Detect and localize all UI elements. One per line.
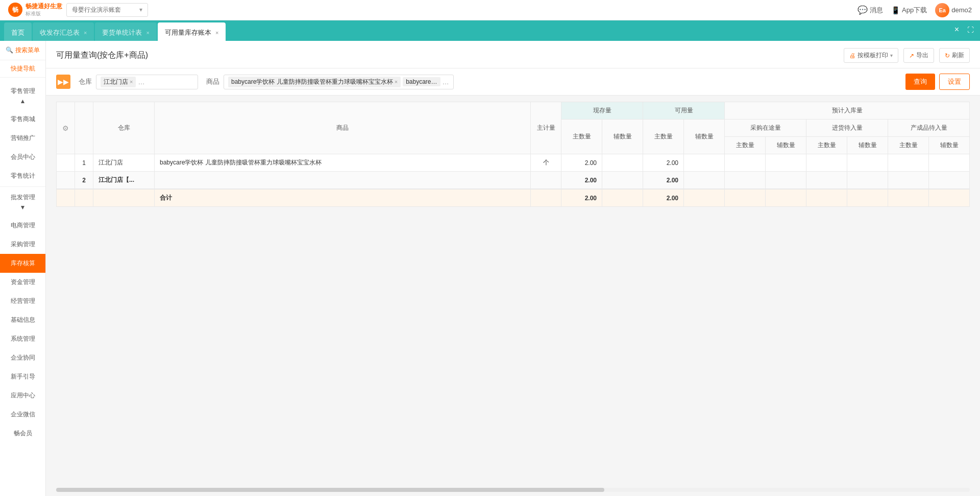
th-incoming-aux: 辅数量 xyxy=(847,137,888,154)
row2-incoming-main xyxy=(806,172,847,190)
row2-product xyxy=(155,172,531,190)
sidebar-item-purchase-label: 采购管理 xyxy=(11,240,35,249)
export-button[interactable]: ↗ 导出 xyxy=(903,48,934,63)
export-icon: ↗ xyxy=(909,52,914,59)
sidebar-item-basics[interactable]: 基础信息 xyxy=(0,311,45,329)
row1-avail-aux xyxy=(684,154,725,172)
search-button[interactable]: 查询 xyxy=(905,74,935,90)
sidebar-search-menu[interactable]: 🔍 搜索菜单 xyxy=(0,41,45,60)
row1-incoming-aux xyxy=(847,154,888,172)
sidebar-item-operations[interactable]: 经营管理 xyxy=(0,292,45,311)
app-download-button[interactable]: 📱 App下载 xyxy=(891,6,927,15)
sidebar-item-purchase[interactable]: 采购管理 xyxy=(0,235,45,254)
filter-toggle-button[interactable]: ▶▶ xyxy=(56,75,70,89)
sidebar-item-wholesale-mgmt-label: 批发管理 xyxy=(11,193,35,202)
warehouse-tag-area[interactable]: 江北门店 × … xyxy=(96,75,198,89)
message-button[interactable]: 💬 消息 xyxy=(857,5,883,15)
th-finished-aux: 辅数量 xyxy=(929,137,970,154)
sidebar-item-retail-stats-label: 零售统计 xyxy=(11,172,35,180)
sidebar-item-finance[interactable]: 资金管理 xyxy=(0,273,45,292)
table-settings-icon[interactable]: ⚙ xyxy=(62,124,69,132)
logo-text: 畅捷通好生意 xyxy=(26,3,62,10)
product-tag-area[interactable]: babycare学饮杯 儿童防摔防撞吸管杯重力球吸嘴杯宝宝水杯 × babyca… xyxy=(224,75,454,89)
template-print-button[interactable]: 🖨 按模板打印 ▾ xyxy=(844,48,898,63)
footer-unit xyxy=(531,189,561,207)
footer-num xyxy=(75,189,93,207)
sidebar-item-app-center[interactable]: 应用中心 xyxy=(0,386,45,405)
sidebar-item-inventory[interactable]: 库存核算 xyxy=(0,254,45,273)
logo-area: 畅 畅捷通好生意 标准版 xyxy=(8,3,62,17)
sidebar-item-ecommerce[interactable]: 电商管理 xyxy=(0,216,45,235)
sidebar-item-retail-stats[interactable]: 零售统计 xyxy=(0,167,45,185)
tab-available-stock[interactable]: 可用量库存账本 × xyxy=(158,22,226,43)
tab-order-stats-close[interactable]: × xyxy=(146,30,149,36)
footer-avail-aux xyxy=(684,189,725,207)
product-tag-2-value: babycare… xyxy=(406,78,437,85)
table-row: 1 江北门店 babycare学饮杯 儿童防摔防撞吸管杯重力球吸嘴杯宝宝水杯 个… xyxy=(57,154,970,172)
sidebar-item-member-club[interactable]: 畅会员 xyxy=(0,424,45,443)
print-icon: 🖨 xyxy=(849,52,855,59)
sidebar-item-enterprise-collab-label: 企业协同 xyxy=(11,353,35,362)
warehouse-filter-more[interactable]: … xyxy=(138,78,144,86)
tab-available-stock-close[interactable]: × xyxy=(215,30,218,36)
th-finished-pending: 产成品待入量 xyxy=(888,120,970,137)
tab-home[interactable]: 首页 xyxy=(4,22,32,43)
refresh-label: 刷新 xyxy=(952,51,964,60)
row1-avail-main: 2.00 xyxy=(643,154,684,172)
sidebar-item-retail-mgmt[interactable]: 零售管理 ▲ xyxy=(0,82,45,110)
row1-stock-aux xyxy=(602,154,643,172)
sidebar-item-newbie[interactable]: 新手引导 xyxy=(0,367,45,386)
footer-warehouse xyxy=(93,189,155,207)
warehouse-tag-remove[interactable]: × xyxy=(130,79,133,85)
sidebar-item-wechat-work[interactable]: 企业微信 xyxy=(0,405,45,424)
sidebar-quick-nav[interactable]: 快捷导航 xyxy=(0,60,45,78)
warehouse-filter: 仓库 江北门店 × … xyxy=(79,75,198,89)
sidebar-item-retail-mall[interactable]: 零售商城 xyxy=(0,110,45,129)
product-tag-1: babycare学饮杯 儿童防摔防撞吸管杯重力球吸嘴杯宝宝水杯 × xyxy=(228,77,401,87)
sidebar-item-members-label: 会员中心 xyxy=(11,153,35,161)
table-row: 2 江北门店【... 2.00 2.00 xyxy=(57,172,970,190)
th-purchase-aux: 辅数量 xyxy=(766,137,806,154)
refresh-button[interactable]: ↻ 刷新 xyxy=(939,48,970,63)
template-selector[interactable]: 母婴行业演示账套 ▾ xyxy=(66,3,148,17)
sidebar-divider-1 xyxy=(0,186,45,187)
row1-product: babycare学饮杯 儿童防摔防撞吸管杯重力球吸嘴杯宝宝水杯 xyxy=(155,154,531,172)
expand-icon[interactable]: ⛶ xyxy=(965,25,976,35)
chevron-down-icon-3: ▾ xyxy=(890,53,893,58)
horizontal-scrollbar[interactable] xyxy=(56,488,970,492)
nav-right-controls: × ⛶ xyxy=(952,20,976,41)
close-tab-icon[interactable]: × xyxy=(952,24,961,35)
user-profile[interactable]: Ea demo2 xyxy=(935,3,972,17)
content-area: 可用量查询(按仓库+商品) 🖨 按模板打印 ▾ ↗ 导出 ↻ 刷新 ▶▶ xyxy=(46,41,980,496)
sidebar-item-basics-label: 基础信息 xyxy=(11,316,35,324)
sidebar-item-members[interactable]: 会员中心 xyxy=(0,148,45,167)
row2-finished-main xyxy=(888,172,929,190)
tab-stock-summary[interactable]: 收发存汇总表 × xyxy=(33,22,94,43)
sidebar-item-wholesale-mgmt[interactable]: 批发管理 ▼ xyxy=(0,188,45,216)
footer-stock-main: 2.00 xyxy=(561,189,602,207)
sidebar-item-system[interactable]: 系统管理 xyxy=(0,329,45,348)
row1-stock-main: 2.00 xyxy=(561,154,602,172)
tab-order-stats[interactable]: 要货单统计表 × xyxy=(95,22,156,43)
tab-stock-summary-close[interactable]: × xyxy=(84,30,87,36)
product-tag-2: babycare… xyxy=(403,77,440,86)
product-filter-more[interactable]: … xyxy=(443,78,449,86)
sidebar-item-enterprise-collab[interactable]: 企业协同 xyxy=(0,348,45,367)
th-stock-main: 主数量 xyxy=(561,120,602,154)
product-tag-1-value: babycare学饮杯 儿童防摔防撞吸管杯重力球吸嘴杯宝宝水杯 xyxy=(231,78,393,86)
settings-filter-button[interactable]: 设置 xyxy=(939,74,970,90)
th-planned-group: 预计入库量 xyxy=(725,102,970,120)
row1-purchase-main xyxy=(725,154,766,172)
top-bar-left: 畅 畅捷通好生意 标准版 母婴行业演示账套 ▾ xyxy=(8,3,148,17)
main-layout: 🔍 搜索菜单 快捷导航 零售管理 ▲ 零售商城 营销推广 会员中心 零售统计 xyxy=(0,41,980,496)
row1-incoming-main xyxy=(806,154,847,172)
footer-incoming-main xyxy=(806,189,847,207)
th-purchase-main: 主数量 xyxy=(725,137,766,154)
th-available-group: 可用量 xyxy=(643,102,725,120)
sidebar-item-marketing[interactable]: 营销推广 xyxy=(0,129,45,148)
scroll-thumb[interactable] xyxy=(56,488,604,492)
row2-incoming-aux xyxy=(847,172,888,190)
app-download-icon: 📱 xyxy=(891,6,900,14)
sidebar-item-inventory-label: 库存核算 xyxy=(11,259,35,268)
product-tag-1-remove[interactable]: × xyxy=(395,79,398,85)
